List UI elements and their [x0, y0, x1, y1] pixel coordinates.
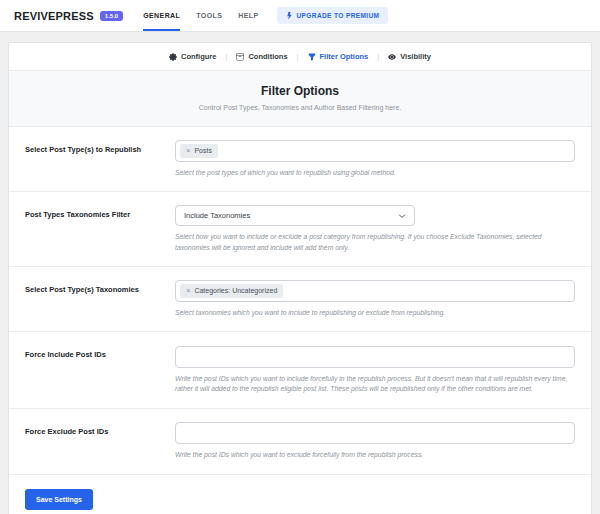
- field-help: Write the post IDs which you want to inc…: [175, 374, 575, 395]
- upgrade-label: UPGRADE TO PREMIUM: [297, 12, 380, 19]
- chevron-down-icon: [398, 212, 406, 220]
- remove-tag-icon[interactable]: ×: [186, 147, 190, 155]
- eye-icon: [388, 53, 396, 61]
- field-input-area: × Categories: Uncategorized Select taxon…: [175, 280, 575, 318]
- tab-tools[interactable]: TOOLS: [196, 0, 222, 31]
- form-row-force-exclude: Force Exclude Post IDs Write the post ID…: [9, 409, 591, 475]
- subnav-separator: |: [297, 52, 299, 61]
- subnav-label: Configure: [181, 52, 216, 61]
- form-row-post-types: Select Post Type(s) to Republish × Posts…: [9, 127, 591, 192]
- field-help: Select the post types of which you want …: [175, 168, 575, 179]
- force-exclude-post-ids-input[interactable]: [175, 422, 575, 444]
- tab-help[interactable]: HELP: [238, 0, 258, 31]
- field-input-area: Write the post IDs which you want to inc…: [175, 345, 575, 395]
- subnav-label: Conditions: [248, 52, 287, 61]
- tab-general[interactable]: GENERAL: [143, 0, 180, 31]
- field-label: Select Post Type(s) Taxonomies: [25, 280, 175, 318]
- page-header: Filter Options Control Post Types, Taxon…: [9, 71, 591, 127]
- subnav-separator: |: [377, 52, 379, 61]
- field-label: Force Exclude Post IDs: [25, 422, 175, 461]
- save-settings-button[interactable]: Save Settings: [25, 489, 93, 510]
- field-label: Force Include Post IDs: [25, 345, 175, 395]
- taxonomies-filter-select[interactable]: Include Taxonomies: [175, 205, 415, 226]
- force-include-post-ids-input[interactable]: [175, 346, 575, 368]
- field-label: Select Post Type(s) to Republish: [25, 140, 175, 178]
- subnav-item-conditions[interactable]: Conditions: [236, 52, 287, 61]
- tag-label: Categories: Uncategorized: [194, 287, 277, 294]
- subnav-item-visibility[interactable]: Visibility: [388, 52, 431, 61]
- page-subtitle: Control Post Types, Taxonomies and Autho…: [49, 104, 551, 111]
- form-row-force-include: Force Include Post IDs Write the post ID…: [9, 332, 591, 409]
- page-title: Filter Options: [49, 84, 551, 98]
- gear-icon: [169, 53, 177, 61]
- lightning-icon: [286, 12, 293, 19]
- top-bar: REVIVEPRESS 1.5.0 GENERAL TOOLS HELP UPG…: [0, 0, 600, 32]
- archive-icon: [236, 53, 244, 61]
- form-row-taxonomies: Select Post Type(s) Taxonomies × Categor…: [9, 267, 591, 332]
- top-tabs: GENERAL TOOLS HELP: [143, 0, 258, 31]
- selected-tag-posts[interactable]: × Posts: [180, 144, 218, 158]
- subnav-separator: |: [225, 52, 227, 61]
- post-types-multiselect[interactable]: × Posts: [175, 140, 575, 162]
- settings-subnav: Configure | Conditions | Filter Options …: [9, 43, 591, 71]
- selected-tag-categories-uncategorized[interactable]: × Categories: Uncategorized: [180, 284, 283, 298]
- field-input-area: × Posts Select the post types of which y…: [175, 140, 575, 178]
- field-input-area: Write the post IDs which you want to exc…: [175, 422, 575, 461]
- version-badge: 1.5.0: [100, 11, 123, 21]
- subnav-item-filter-options[interactable]: Filter Options: [308, 52, 369, 61]
- brand: REVIVEPRESS 1.5.0: [14, 0, 123, 31]
- select-value: Include Taxonomies: [184, 211, 250, 220]
- field-help: Write the post IDs which you want to exc…: [175, 450, 575, 461]
- field-input-area: Include Taxonomies Select how you want t…: [175, 205, 575, 253]
- funnel-icon: [308, 53, 316, 61]
- remove-tag-icon[interactable]: ×: [186, 287, 190, 295]
- logo: REVIVEPRESS: [14, 10, 94, 22]
- field-label: Post Types Taxonomies Filter: [25, 205, 175, 253]
- field-help: Select how you want to include or exclud…: [175, 232, 575, 253]
- card-footer: Save Settings: [9, 475, 591, 514]
- subnav-item-configure[interactable]: Configure: [169, 52, 216, 61]
- field-help: Select taxonomies which you want to incl…: [175, 308, 575, 319]
- subnav-label: Filter Options: [320, 52, 369, 61]
- subnav-label: Visibility: [400, 52, 431, 61]
- settings-card: Configure | Conditions | Filter Options …: [8, 42, 592, 514]
- form-row-taxonomies-filter: Post Types Taxonomies Filter Include Tax…: [9, 192, 591, 267]
- taxonomies-multiselect[interactable]: × Categories: Uncategorized: [175, 280, 575, 302]
- tag-label: Posts: [194, 147, 212, 154]
- upgrade-to-premium-button[interactable]: UPGRADE TO PREMIUM: [277, 7, 389, 24]
